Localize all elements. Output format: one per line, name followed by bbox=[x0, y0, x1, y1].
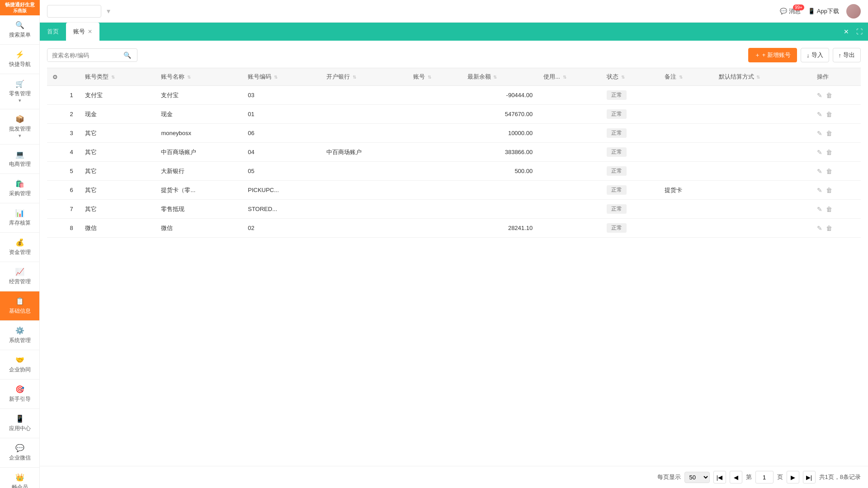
cell-status: 正常 bbox=[601, 200, 659, 219]
ecommerce-icon: 💻 bbox=[15, 150, 24, 159]
col-default-payment[interactable]: 默认结算方式 ⇅ bbox=[713, 68, 811, 86]
col-status[interactable]: 状态 ⇅ bbox=[601, 68, 659, 86]
status-badge: 正常 bbox=[607, 223, 627, 233]
delete-icon[interactable]: 🗑 bbox=[826, 149, 832, 156]
edit-icon[interactable]: ✎ bbox=[817, 149, 822, 156]
message-button[interactable]: 💬 消息 99+ bbox=[780, 7, 801, 15]
tab-account[interactable]: 账号 ✕ bbox=[66, 23, 99, 41]
col-note[interactable]: 备注 ⇅ bbox=[659, 68, 713, 86]
import-button[interactable]: ↓ 导入 bbox=[801, 48, 829, 62]
cell-type: 微信 bbox=[80, 219, 156, 238]
total-label: 共1页，8条记录 bbox=[819, 473, 861, 481]
delete-icon[interactable]: 🗑 bbox=[826, 206, 832, 213]
edit-icon[interactable]: ✎ bbox=[817, 130, 822, 137]
last-page-button[interactable]: ▶| bbox=[803, 471, 816, 483]
cell-code: 04 bbox=[242, 143, 321, 162]
sidebar-item-vip-member[interactable]: 👑 畅会员 bbox=[0, 468, 39, 488]
sidebar-item-enterprise-wechat[interactable]: 💬 企业微信 bbox=[0, 438, 39, 468]
edit-icon[interactable]: ✎ bbox=[817, 92, 822, 99]
delete-icon[interactable]: 🗑 bbox=[826, 111, 832, 118]
table-row: 6 其它 提货卡（零... PICKUPC... 正常 提货卡 ✎ 🗑 bbox=[47, 181, 861, 200]
col-bank[interactable]: 开户银行 ⇅ bbox=[321, 68, 408, 86]
chevron-down-icon: ▾ bbox=[19, 133, 21, 139]
cell-bank bbox=[321, 86, 408, 105]
edit-icon[interactable]: ✎ bbox=[817, 187, 822, 194]
sidebar-item-label: 电商管理 bbox=[9, 160, 31, 168]
cell-balance: 10000.00 bbox=[462, 124, 538, 143]
col-usage[interactable]: 使用... ⇅ bbox=[538, 68, 601, 86]
sidebar-item-system-mgmt[interactable]: ⚙️ 系统管理 bbox=[0, 321, 39, 350]
col-code[interactable]: 账号编码 ⇅ bbox=[242, 68, 321, 86]
add-account-button[interactable]: ＋ + 新增账号 bbox=[748, 48, 797, 62]
sidebar-item-app-center[interactable]: 📱 应用中心 bbox=[0, 409, 39, 438]
tab-close-icon[interactable]: ✕ bbox=[88, 28, 92, 35]
sidebar-item-label: 零售管理 bbox=[9, 90, 31, 98]
sidebar-item-search-menu[interactable]: 🔍 搜索菜单 bbox=[0, 15, 39, 45]
col-account[interactable]: 账号 ⇅ bbox=[408, 68, 462, 86]
cell-index: 7 bbox=[63, 200, 80, 219]
col-balance[interactable]: 最新余额 ⇅ bbox=[462, 68, 538, 86]
cell-balance: 28241.10 bbox=[462, 219, 538, 238]
tab-home[interactable]: 首页 bbox=[40, 23, 66, 41]
cell-note: 提货卡 bbox=[659, 181, 713, 200]
sidebar-item-enterprise-agreement[interactable]: 🤝 企业协同 bbox=[0, 350, 39, 380]
delete-icon[interactable]: 🗑 bbox=[826, 187, 832, 194]
cell-bank bbox=[321, 181, 408, 200]
sidebar-item-capital-mgmt[interactable]: 💰 资金管理 bbox=[0, 233, 39, 262]
search-input[interactable] bbox=[47, 49, 120, 61]
delete-icon[interactable]: 🗑 bbox=[826, 130, 832, 137]
prev-page-button[interactable]: ◀ bbox=[730, 471, 742, 483]
cell-name: 提货卡（零... bbox=[156, 181, 242, 200]
delete-icon[interactable]: 🗑 bbox=[826, 92, 832, 99]
status-badge: 正常 bbox=[607, 204, 627, 214]
col-name[interactable]: 账号名称 ⇅ bbox=[156, 68, 242, 86]
tab-expand-icon[interactable]: ⛶ bbox=[854, 26, 864, 37]
export-button[interactable]: ↑ 导出 bbox=[833, 48, 861, 62]
cell-bank bbox=[321, 200, 408, 219]
cell-note bbox=[659, 105, 713, 124]
cell-settings bbox=[47, 143, 63, 162]
cell-actions: ✎ 🗑 bbox=[811, 143, 861, 162]
sidebar-item-shortcut-nav[interactable]: ⚡ 快捷导航 bbox=[0, 45, 39, 74]
table-row: 1 支付宝 支付宝 03 -90444.00 正常 ✎ 🗑 bbox=[47, 86, 861, 105]
cell-bank bbox=[321, 124, 408, 143]
col-type[interactable]: 账号类型 ⇅ bbox=[80, 68, 156, 86]
sidebar-item-operation-mgmt[interactable]: 📈 经营管理 bbox=[0, 262, 39, 291]
per-page-select[interactable]: 50 100 200 bbox=[684, 472, 710, 483]
cell-name: 中百商场账户 bbox=[156, 143, 242, 162]
cell-settings bbox=[47, 219, 63, 238]
edit-icon[interactable]: ✎ bbox=[817, 225, 822, 232]
tab-close-all-icon[interactable]: ✕ bbox=[842, 26, 851, 37]
col-settings[interactable]: ⚙ bbox=[47, 68, 63, 86]
cell-usage bbox=[538, 105, 601, 124]
search-button[interactable]: 🔍 bbox=[120, 49, 135, 61]
cell-settings bbox=[47, 86, 63, 105]
cell-actions: ✎ 🗑 bbox=[811, 124, 861, 143]
edit-icon[interactable]: ✎ bbox=[817, 206, 822, 213]
top-search-input[interactable] bbox=[47, 5, 101, 18]
sidebar-item-wholesale-mgmt[interactable]: 📦 批发管理 ▾ bbox=[0, 109, 39, 145]
sidebar-item-purchase-mgmt[interactable]: 🛍️ 采购管理 bbox=[0, 174, 39, 203]
tab-bar-actions: ✕ ⛶ bbox=[842, 26, 868, 37]
sidebar-item-new-guide[interactable]: 🎯 新手引导 bbox=[0, 380, 39, 409]
sidebar-item-label: 批发管理 bbox=[9, 125, 31, 133]
next-page-button[interactable]: ▶ bbox=[787, 471, 799, 483]
user-avatar[interactable] bbox=[846, 4, 861, 19]
edit-icon[interactable]: ✎ bbox=[817, 168, 822, 175]
cell-bank bbox=[321, 162, 408, 181]
cell-code: 06 bbox=[242, 124, 321, 143]
sidebar-item-ecommerce-mgmt[interactable]: 💻 电商管理 bbox=[0, 145, 39, 174]
cell-usage bbox=[538, 86, 601, 105]
delete-icon[interactable]: 🗑 bbox=[826, 168, 832, 175]
first-page-button[interactable]: |◀ bbox=[713, 471, 726, 483]
app-download-button[interactable]: 📱 App下载 bbox=[808, 7, 839, 15]
table-row: 2 现金 现金 01 547670.00 正常 ✎ 🗑 bbox=[47, 105, 861, 124]
sidebar-item-basic-info[interactable]: 📋 基础信息 bbox=[0, 291, 39, 321]
dropdown-icon[interactable]: ▾ bbox=[107, 7, 110, 15]
status-badge: 正常 bbox=[607, 90, 627, 100]
delete-icon[interactable]: 🗑 bbox=[826, 225, 832, 232]
page-number-input[interactable] bbox=[755, 471, 774, 483]
sidebar-item-inventory-calc[interactable]: 📊 库存核算 bbox=[0, 203, 39, 233]
edit-icon[interactable]: ✎ bbox=[817, 111, 822, 118]
sidebar-item-retail-mgmt[interactable]: 🛒 零售管理 ▾ bbox=[0, 74, 39, 109]
